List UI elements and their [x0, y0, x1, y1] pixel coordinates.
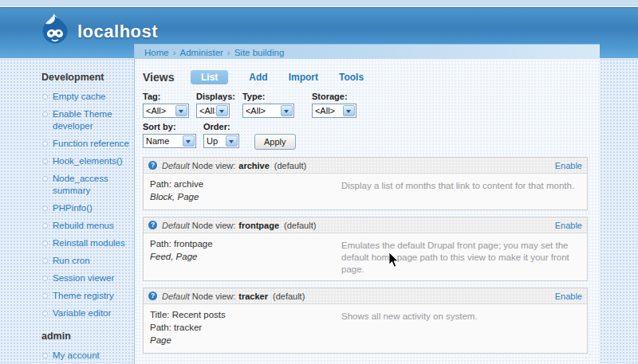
sidebar-link[interactable]: Function reference — [53, 139, 129, 148]
view-row-frontpage: ? Default Node view: frontpage (default)… — [143, 217, 588, 281]
sidebar-item-node-access-summary[interactable]: Node_access summary — [41, 173, 135, 197]
view-row-archive: ? Default Node view: archive (default) E… — [143, 157, 588, 210]
enable-link[interactable]: Enable — [555, 221, 582, 230]
enable-link[interactable]: Enable — [555, 161, 582, 170]
sidebar-item-my-account[interactable]: My account — [41, 350, 135, 362]
sidebar-link[interactable]: Hook_elements() — [53, 156, 123, 166]
sidebar-item-empty-cache[interactable]: Empty cache — [41, 91, 135, 103]
page-title: Views — [143, 71, 184, 84]
sidebar-item-variable-editor[interactable]: Variable editor — [41, 307, 135, 319]
sidebar-item-run-cron[interactable]: Run cron — [41, 255, 135, 267]
dropdown-arrow-icon[interactable] — [281, 105, 293, 116]
sidebar-section-development: Development Empty cache Enable Theme dev… — [41, 72, 134, 319]
apply-button[interactable]: Apply — [254, 134, 296, 150]
sidebar-item-rebuild-menus[interactable]: Rebuild menus — [41, 220, 135, 232]
circle-bullet-icon — [41, 292, 49, 299]
breadcrumb-link-home[interactable]: Home — [144, 48, 169, 57]
sidebar-link[interactable]: Session viewer — [53, 273, 114, 283]
storage-select[interactable]: <All> — [312, 104, 356, 118]
circle-bullet-icon — [41, 111, 49, 118]
sort-filter-label: Sort by: — [143, 122, 196, 131]
dropdown-arrow-icon[interactable] — [183, 135, 195, 147]
main-panel: Home›Administer›Site building Views List… — [134, 44, 600, 364]
view-default-flag: Default — [162, 161, 190, 170]
dropdown-arrow-icon[interactable] — [216, 105, 228, 116]
circle-bullet-icon — [41, 352, 49, 359]
circle-bullet-icon — [41, 93, 49, 100]
sidebar-heading-development: Development — [41, 72, 134, 83]
view-path: Path: archive — [150, 179, 341, 189]
type-select[interactable]: <All> — [242, 104, 294, 118]
help-icon[interactable]: ? — [148, 161, 157, 170]
sidebar-link[interactable]: Node_access summary — [53, 174, 108, 195]
help-icon[interactable]: ? — [148, 292, 157, 300]
order-select[interactable]: Up — [203, 134, 239, 148]
view-suffix: (default) — [273, 292, 305, 301]
view-fields: Path: frontpage Feed, Page — [150, 239, 341, 276]
circle-bullet-icon — [41, 140, 49, 147]
sidebar-item-session-viewer[interactable]: Session viewer — [41, 272, 135, 284]
sidebar-link[interactable]: PHPinfo() — [53, 203, 93, 213]
sidebar-link[interactable]: Rebuild menus — [53, 221, 114, 230]
circle-bullet-icon — [41, 158, 49, 165]
circle-bullet-icon — [41, 275, 49, 282]
view-row-tracker: ? Default Node view: tracker (default) E… — [143, 288, 588, 354]
view-kind-label: Node view: — [192, 292, 235, 301]
sidebar-item-function-reference[interactable]: Function reference — [41, 138, 135, 150]
dropdown-arrow-icon[interactable] — [343, 105, 355, 116]
sidebar-link[interactable]: My account — [53, 350, 100, 360]
view-fields: Path: archive Block, Page — [150, 179, 341, 205]
view-row-header: ? Default Node view: frontpage (default)… — [144, 217, 587, 233]
sidebar-link[interactable]: Empty cache — [53, 92, 105, 101]
sidebar: Development Empty cache Enable Theme dev… — [0, 58, 134, 364]
breadcrumb: Home›Administer›Site building — [135, 44, 600, 60]
tab-bar: List Add Import Tools — [191, 70, 364, 84]
right-margin-strip — [600, 58, 638, 364]
window-top-strip — [0, 0, 638, 7]
view-description: Display a list of months that link to co… — [341, 179, 581, 205]
sort-select[interactable]: Name — [143, 134, 196, 148]
circle-bullet-icon — [41, 175, 49, 182]
circle-bullet-icon — [41, 310, 49, 317]
tab-add[interactable]: Add — [249, 72, 267, 83]
view-name: frontpage — [238, 221, 279, 230]
sidebar-item-theme-registry[interactable]: Theme registry — [41, 290, 135, 302]
sidebar-item-hook-elements[interactable]: Hook_elements() — [41, 155, 135, 167]
sidebar-link[interactable]: Variable editor — [53, 308, 111, 318]
tab-list[interactable]: List — [191, 70, 228, 84]
drupal-logo-icon — [41, 14, 69, 45]
dropdown-arrow-icon[interactable] — [175, 105, 187, 116]
tag-select[interactable]: <All> — [143, 104, 189, 118]
displays-select[interactable]: <All> — [196, 104, 230, 118]
sidebar-link[interactable]: Run cron — [53, 256, 90, 265]
view-display-types: Page — [150, 335, 341, 345]
dropdown-arrow-icon[interactable] — [226, 135, 238, 147]
circle-bullet-icon — [41, 257, 49, 264]
breadcrumb-link-administer[interactable]: Administer — [180, 48, 223, 57]
sidebar-link[interactable]: Enable Theme developer — [53, 109, 112, 131]
view-suffix: (default) — [284, 221, 316, 230]
sidebar-link[interactable]: Reinstall modules — [53, 238, 125, 248]
sidebar-heading-admin: admin — [41, 331, 134, 342]
view-suffix: (default) — [274, 161, 306, 170]
sidebar-section-admin: admin My account Create content Administ… — [41, 331, 134, 364]
views-list: ? Default Node view: archive (default) E… — [135, 154, 600, 354]
sidebar-item-enable-theme-developer[interactable]: Enable Theme developer — [41, 108, 135, 132]
sidebar-item-reinstall-modules[interactable]: Reinstall modules — [41, 237, 135, 249]
circle-bullet-icon — [41, 205, 49, 212]
view-display-types: Block, Page — [150, 192, 341, 202]
view-title: Title: Recent posts — [150, 310, 341, 319]
sidebar-link[interactable]: Theme registry — [53, 291, 114, 300]
tab-import[interactable]: Import — [289, 72, 318, 83]
view-path: Path: tracker — [150, 323, 341, 332]
tab-tools[interactable]: Tools — [339, 72, 364, 83]
breadcrumb-separator: › — [227, 48, 230, 57]
view-default-flag: Default — [162, 221, 190, 230]
view-kind-label: Node view: — [192, 221, 235, 230]
enable-link[interactable]: Enable — [555, 292, 582, 301]
help-icon[interactable]: ? — [148, 221, 157, 229]
sidebar-item-phpinfo[interactable]: PHPinfo() — [41, 202, 135, 214]
storage-filter-label: Storage: — [312, 92, 356, 101]
breadcrumb-link-site-building[interactable]: Site building — [234, 48, 285, 57]
view-description: Shows all new activity on system. — [341, 310, 581, 348]
